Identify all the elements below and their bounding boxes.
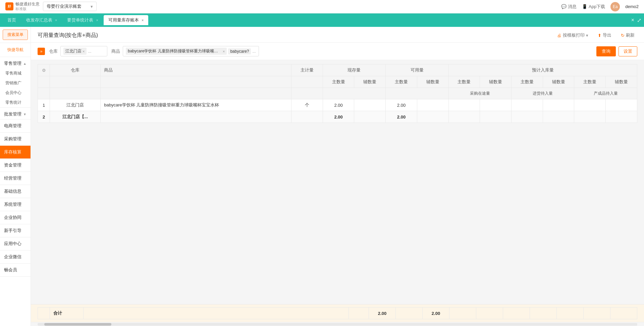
th-empty-unit — [291, 76, 323, 88]
message-btn[interactable]: 💬 消息 — [561, 4, 577, 10]
settings-btn[interactable]: 设置 — [619, 46, 637, 56]
sidebar-item-purchase[interactable]: 采购管理 — [0, 133, 31, 146]
sidebar-item-newbie[interactable]: 新手引导 — [0, 224, 31, 237]
logo-text-area: 畅捷通好生意 标准版 — [15, 2, 40, 11]
tab-close-order-stat[interactable]: × — [96, 18, 98, 22]
tab-close-receive[interactable]: × — [55, 18, 57, 22]
chevron-print-icon: ▾ — [586, 33, 588, 38]
td-avail-main-1: 2.00 — [386, 111, 417, 123]
table-row: 2 江北门店【... 2.00 2.00 — [38, 111, 637, 123]
sidebar-item-enterprise[interactable]: 企业协同 — [0, 211, 31, 224]
sidebar-item-system[interactable]: 系统管理 — [0, 198, 31, 211]
tab-order-stat[interactable]: 要货单统计表 × — [62, 15, 103, 25]
sidebar-section-wholesale-header[interactable]: 批发管理 ▼ — [0, 108, 31, 119]
tab-window-close-btn[interactable]: × — [631, 17, 634, 23]
query-btn[interactable]: 查询 — [596, 46, 616, 56]
td-product-1 — [101, 111, 291, 123]
table-container: ⚙ 仓库 商品 主计量 现存量 可用量 预计入库量 主数量 — [31, 60, 644, 304]
sidebar-item-retail-mall[interactable]: 零售商城 — [0, 68, 31, 78]
td-purchase-main-0 — [448, 99, 480, 111]
summary-label: 合计 — [50, 308, 84, 319]
export-icon: ⬆ — [598, 33, 601, 38]
th-stock-main: 主数量 — [323, 76, 354, 88]
sidebar-item-vip[interactable]: 畅会员 — [0, 264, 31, 277]
summary-prod-aux — [610, 308, 637, 319]
logo-icon: 好 — [5, 2, 13, 10]
th-stock-aux: 辅数量 — [354, 76, 386, 88]
refresh-btn[interactable]: ↻ 刷新 — [618, 31, 637, 40]
user-avatar[interactable]: Ea — [610, 2, 620, 11]
sidebar-search-btn[interactable]: 搜索菜单 — [3, 30, 28, 40]
sidebar-section-retail: 零售管理 ▲ 零售商城 营销推广 会员中心 零售统计 — [0, 57, 31, 108]
th-sub-warehouse — [50, 88, 101, 99]
sidebar-item-inventory[interactable]: 库存核算 — [0, 146, 31, 159]
sidebar-section-retail-header[interactable]: 零售管理 ▲ — [0, 57, 31, 68]
td-incoming-aux-0 — [543, 99, 574, 111]
td-rownum-1: 2 — [38, 111, 50, 123]
td-avail-main-0: 2.00 — [386, 99, 417, 111]
td-incoming-aux-1 — [543, 111, 574, 123]
filter-expand-btn[interactable]: » — [38, 48, 45, 55]
td-stock-aux-0 — [354, 99, 386, 111]
quick-nav-link[interactable]: 快捷导航 — [3, 46, 28, 54]
sidebar-item-app-center[interactable]: 应用中心 — [0, 237, 31, 250]
top-bar: 好 畅捷通好生意 标准版 母婴行业演示账套 ▾ 💬 消息 📱 App下载 Ea … — [0, 0, 644, 13]
scroll-thumb[interactable] — [44, 323, 111, 326]
sidebar-item-finance[interactable]: 资金管理 — [0, 159, 31, 172]
app-download-btn[interactable]: 📱 App下载 — [582, 4, 605, 10]
page-title: 可用量查询(按仓库+商品) — [38, 32, 98, 39]
td-stock-main-1: 2.00 — [323, 111, 354, 123]
td-prod-aux-1 — [606, 111, 637, 123]
th-empty-settings — [38, 76, 50, 88]
tab-fullscreen-btn[interactable]: ⤢ — [637, 17, 641, 24]
summary-prod-main — [584, 308, 610, 319]
company-selector[interactable]: 母婴行业演示账套 ▾ — [43, 2, 97, 11]
th-settings: ⚙ — [38, 64, 50, 76]
product-more: ... — [252, 49, 256, 54]
tab-close-available-stock[interactable]: × — [142, 18, 144, 22]
th-avail-aux: 辅数量 — [417, 76, 448, 88]
th-incoming-aux: 辅数量 — [543, 76, 574, 88]
summary-product-cell — [84, 308, 349, 319]
tab-home[interactable]: 首页 — [3, 15, 21, 25]
sidebar-item-operation[interactable]: 经营管理 — [0, 172, 31, 185]
sidebar-item-retail-stat[interactable]: 零售统计 — [0, 98, 31, 107]
tab-bar: 首页 收发存汇总表 × 要货单统计表 × 可用量库存账本 × × ⤢ — [0, 13, 644, 27]
td-purchase-main-1 — [448, 111, 480, 123]
sidebar-item-member[interactable]: 会员中心 — [0, 88, 31, 98]
tab-available-stock[interactable]: 可用量库存账本 × — [104, 15, 148, 25]
sidebar-item-marketing[interactable]: 营销推广 — [0, 78, 31, 88]
td-rownum-0: 1 — [38, 99, 50, 111]
th-sub-production: 产成品待入量 — [574, 88, 637, 99]
summary-purchase-aux — [503, 308, 530, 319]
th-available-group: 可用量 — [386, 64, 448, 76]
product-input[interactable]: babycare学饮杯 儿童防摔防撞吸管杯重力球吸嘴杯宝宝水杯 × babyca… — [123, 46, 259, 56]
logo-sub: 标准版 — [15, 6, 40, 11]
product-tag-close-0[interactable]: × — [223, 49, 225, 53]
print-btn[interactable]: 🖨 按模板打印 ▾ — [554, 31, 591, 40]
warehouse-input[interactable]: 江北门店 × ... — [60, 46, 107, 56]
top-bar-right: 💬 消息 📱 App下载 Ea demo2 — [561, 2, 639, 11]
td-unit-1 — [291, 111, 323, 123]
content-area: 可用量查询(按仓库+商品) 🖨 按模板打印 ▾ ⬆ 导出 ↻ 刷新 » — [31, 27, 644, 326]
chevron-down-icon: ▾ — [91, 4, 93, 9]
td-purchase-aux-1 — [480, 111, 512, 123]
th-sub-avail — [386, 88, 448, 99]
gear-icon[interactable]: ⚙ — [42, 68, 46, 73]
td-incoming-main-0 — [512, 99, 543, 111]
tab-receive[interactable]: 收发存汇总表 × — [21, 15, 62, 25]
warehouse-label: 仓库 — [49, 48, 58, 54]
warehouse-tag-close-0[interactable]: × — [83, 49, 85, 53]
th-sub-purchase: 采购在途量 — [448, 88, 511, 99]
export-btn[interactable]: ⬆ 导出 — [595, 31, 614, 40]
td-purchase-aux-0 — [480, 99, 512, 111]
th-sub-incoming: 进货待入量 — [512, 88, 574, 99]
sidebar-item-ecommerce[interactable]: 电商管理 — [0, 120, 31, 133]
table-row: 1 江北门店 babycare学饮杯 儿童防摔防撞吸管杯重力球吸嘴杯宝宝水杯 个… — [38, 99, 637, 111]
product-filter-group: 商品 babycare学饮杯 儿童防摔防撞吸管杯重力球吸嘴杯宝宝水杯 × bab… — [111, 46, 259, 56]
td-stock-main-0: 2.00 — [323, 99, 354, 111]
th-purchase-aux: 辅数量 — [480, 76, 512, 88]
sidebar-item-wechat[interactable]: 企业微信 — [0, 250, 31, 264]
summary-avail-main: 2.00 — [423, 308, 449, 319]
sidebar-item-basic[interactable]: 基础信息 — [0, 185, 31, 198]
